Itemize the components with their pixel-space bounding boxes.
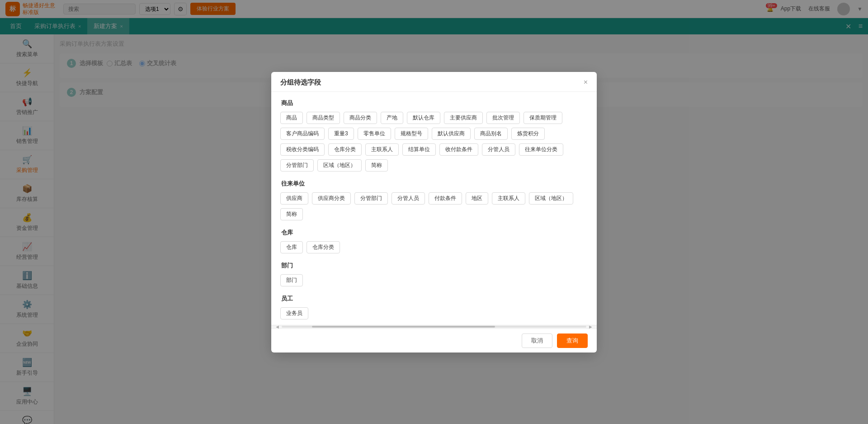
field-tag[interactable]: 分管人员: [392, 192, 425, 205]
section-department-tags: 部门: [280, 274, 588, 286]
section-goods-title: 商品: [280, 99, 588, 107]
modal-body[interactable]: 商品 商品商品类型商品分类产地默认仓库主要供应商批次管理保质期管理客户商品编码重…: [271, 92, 597, 325]
field-tag[interactable]: 供应商: [280, 192, 308, 205]
section-warehouse-title: 仓库: [280, 229, 588, 237]
field-tag[interactable]: 默认供应商: [432, 128, 471, 140]
confirm-button[interactable]: 查询: [557, 333, 588, 348]
field-tag[interactable]: 分管部门: [354, 192, 388, 205]
section-employee-tags: 业务员: [280, 307, 588, 319]
field-tag[interactable]: 分管部门: [280, 159, 314, 172]
field-tag[interactable]: 往来单位分类: [519, 143, 563, 156]
section-partners: 往来单位 供应商供应商分类分管部门分管人员付款条件地区主联系人区域（地区）简称: [280, 180, 588, 220]
field-tag[interactable]: 主联系人: [365, 143, 399, 156]
hscroll-track: [282, 326, 586, 328]
field-tag[interactable]: 商品: [280, 112, 303, 124]
section-goods: 商品 商品商品类型商品分类产地默认仓库主要供应商批次管理保质期管理客户商品编码重…: [280, 99, 588, 172]
field-tag[interactable]: 仓库分类: [307, 241, 340, 253]
field-tag[interactable]: 业务员: [280, 307, 308, 319]
field-tag[interactable]: 保质期管理: [524, 112, 562, 124]
modal-header: 分组待选字段 ×: [271, 72, 597, 92]
section-goods-tags: 商品商品类型商品分类产地默认仓库主要供应商批次管理保质期管理客户商品编码重量3零…: [280, 112, 588, 172]
field-tag[interactable]: 商品类型: [307, 112, 340, 124]
field-tag[interactable]: 主要供应商: [444, 112, 483, 124]
field-tag[interactable]: 批次管理: [486, 112, 520, 124]
field-tag[interactable]: 区域（地区）: [529, 192, 573, 205]
field-tag[interactable]: 分管人员: [482, 143, 515, 156]
section-employee-title: 员工: [280, 295, 588, 303]
field-tag[interactable]: 供应商分类: [312, 192, 351, 205]
section-partners-title: 往来单位: [280, 180, 588, 188]
section-department: 部门 部门: [280, 262, 588, 286]
field-tag[interactable]: 规格型号: [395, 128, 428, 140]
field-tag[interactable]: 重量3: [328, 128, 354, 140]
modal-horizontal-scrollbar[interactable]: ◄ ►: [271, 325, 597, 329]
modal-title: 分组待选字段: [280, 78, 321, 87]
section-employee: 员工 业务员: [280, 295, 588, 319]
field-tag[interactable]: 产地: [381, 112, 403, 124]
field-tag[interactable]: 默认仓库: [407, 112, 440, 124]
field-tag[interactable]: 简称: [280, 208, 303, 220]
field-tag[interactable]: 商品别名: [474, 128, 508, 140]
field-tag[interactable]: 炼货积分: [511, 128, 545, 140]
section-partners-tags: 供应商供应商分类分管部门分管人员付款条件地区主联系人区域（地区）简称: [280, 192, 588, 220]
field-tag[interactable]: 税收分类编码: [280, 143, 325, 156]
field-tag[interactable]: 收付款条件: [439, 143, 478, 156]
field-tag[interactable]: 区域（地区）: [317, 159, 362, 172]
modal-footer: 取消 查询: [271, 329, 597, 353]
section-department-title: 部门: [280, 262, 588, 270]
field-tag[interactable]: 简称: [365, 159, 388, 172]
section-warehouse: 仓库 仓库仓库分类: [280, 229, 588, 253]
field-tag[interactable]: 零售单位: [358, 128, 391, 140]
field-tag[interactable]: 结算单位: [402, 143, 436, 156]
field-tag[interactable]: 仓库分类: [328, 143, 362, 156]
section-warehouse-tags: 仓库仓库分类: [280, 241, 588, 253]
field-tag[interactable]: 部门: [280, 274, 303, 286]
modal-close-button[interactable]: ×: [584, 78, 588, 86]
hscroll-thumb: [312, 326, 495, 328]
field-tag[interactable]: 付款条件: [429, 192, 462, 205]
field-tag[interactable]: 仓库: [280, 241, 303, 253]
field-tag[interactable]: 商品分类: [344, 112, 377, 124]
field-selection-modal: 分组待选字段 × 商品 商品商品类型商品分类产地默认仓库主要供应商批次管理保质期…: [271, 72, 597, 353]
field-tag[interactable]: 主联系人: [492, 192, 525, 205]
field-tag[interactable]: 客户商品编码: [280, 128, 325, 140]
modal-overlay: 分组待选字段 × 商品 商品商品类型商品分类产地默认仓库主要供应商批次管理保质期…: [0, 0, 868, 424]
field-tag[interactable]: 地区: [466, 192, 488, 205]
cancel-button[interactable]: 取消: [522, 333, 552, 348]
